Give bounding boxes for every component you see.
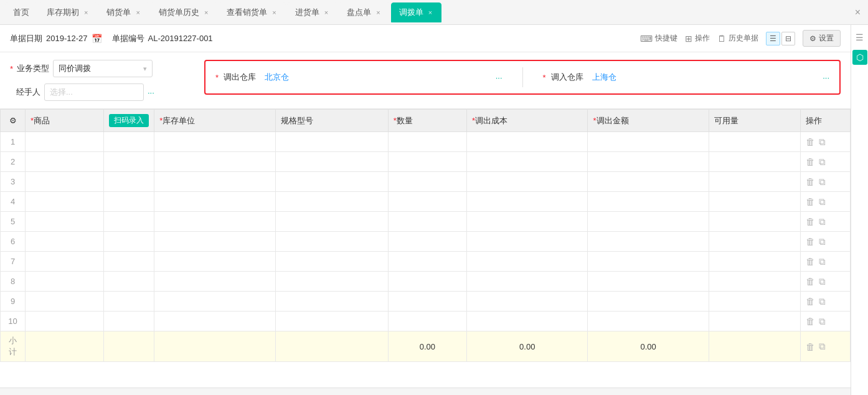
tab-inventory-init[interactable]: 库存期初 × [39,2,97,22]
subtotal-copy-icon[interactable]: ⧉ [819,341,826,352]
tab-transfer[interactable]: 调拨单 × [391,2,441,22]
tab-view-sales[interactable]: 查看销货单 × [219,2,285,22]
cell-spec-5[interactable] [275,212,388,232]
cell-qty-5[interactable] [388,212,466,232]
tab-stocktake-close[interactable]: × [375,8,381,17]
cell-unit-1[interactable] [154,132,275,152]
tab-stocktake[interactable]: 盘点单 × [339,2,389,22]
cell-spec-6[interactable] [275,232,388,252]
tab-purchase-order[interactable]: 进货单 × [287,2,337,22]
cell-amount-3[interactable] [588,172,709,192]
copy-icon-4[interactable]: ⧉ [819,196,826,207]
cell-cost-7[interactable] [467,252,588,272]
cell-qty-4[interactable] [388,192,466,212]
copy-icon-6[interactable]: ⧉ [819,236,826,247]
cell-goods-10[interactable] [26,312,104,331]
copy-icon-9[interactable]: ⧉ [819,296,826,307]
copy-icon-10[interactable]: ⧉ [819,316,826,327]
copy-icon-5[interactable]: ⧉ [819,216,826,227]
cell-amount-8[interactable] [588,272,709,292]
cell-cost-3[interactable] [467,172,588,192]
calendar-icon[interactable]: 📅 [92,34,102,44]
cell-unit-10[interactable] [154,312,275,331]
cell-goods-7[interactable] [26,252,104,272]
cell-cost-8[interactable] [467,272,588,292]
delete-icon-3[interactable]: 🗑 [806,176,815,187]
cell-qty-10[interactable] [388,312,466,331]
cell-goods-3[interactable] [26,172,104,192]
cell-amount-6[interactable] [588,232,709,252]
cell-spec-3[interactable] [275,172,388,192]
scan-btn[interactable]: 扫码录入 [109,114,149,127]
cell-unit-2[interactable] [154,152,275,172]
cell-qty-1[interactable] [388,132,466,152]
grid-view-icon[interactable]: ⊟ [781,32,795,45]
delete-icon-7[interactable]: 🗑 [806,256,815,267]
delete-icon-4[interactable]: 🗑 [806,196,815,207]
cell-unit-8[interactable] [154,272,275,292]
cell-spec-8[interactable] [275,272,388,292]
tab-sales-order[interactable]: 销货单 × [98,2,149,22]
cell-cost-10[interactable] [467,312,588,331]
cell-spec-2[interactable] [275,152,388,172]
cell-unit-3[interactable] [154,172,275,192]
cell-amount-9[interactable] [588,292,709,312]
close-all-tabs[interactable]: × [852,4,863,21]
biz-type-select[interactable]: 同价调拨 ▾ [53,60,153,77]
cell-goods-6[interactable] [26,232,104,252]
cell-amount-10[interactable] [588,312,709,331]
tab-sales-history[interactable]: 销货单历史 × [151,2,217,22]
cell-cost-1[interactable] [467,132,588,152]
copy-icon-7[interactable]: ⧉ [819,256,826,267]
copy-icon-2[interactable]: ⧉ [819,156,826,168]
cell-amount-1[interactable] [588,132,709,152]
cell-goods-1[interactable] [26,132,104,152]
in-warehouse-more-btn[interactable]: ··· [823,73,829,82]
cell-unit-6[interactable] [154,232,275,252]
delete-icon-10[interactable]: 🗑 [806,316,815,326]
cell-spec-10[interactable] [275,312,388,331]
cell-spec-1[interactable] [275,132,388,152]
tab-sales-order-close[interactable]: × [134,8,141,17]
cell-unit-5[interactable] [154,212,275,232]
handler-select[interactable]: 选择... [44,83,144,101]
cell-cost-9[interactable] [467,292,588,312]
tab-home[interactable]: 首页 [5,2,37,22]
cell-cost-2[interactable] [467,152,588,172]
cell-unit-9[interactable] [154,292,275,312]
cell-qty-3[interactable] [388,172,466,192]
col-settings[interactable]: ⚙ [1,110,26,132]
cell-amount-7[interactable] [588,252,709,272]
shortcut-btn[interactable]: ⌨ 快捷键 [640,33,677,44]
cell-qty-7[interactable] [388,252,466,272]
handler-more-btn[interactable]: ··· [148,88,154,97]
tab-transfer-close[interactable]: × [427,8,433,17]
bottom-scrollbar[interactable] [0,388,851,395]
cell-goods-9[interactable] [26,292,104,312]
cell-goods-2[interactable] [26,152,104,172]
tab-sales-history-close[interactable]: × [203,8,209,17]
cell-qty-6[interactable] [388,232,466,252]
list-view-icon[interactable]: ☰ [766,32,780,45]
cell-cost-4[interactable] [467,192,588,212]
delete-icon-8[interactable]: 🗑 [806,276,815,287]
tab-purchase-order-close[interactable]: × [323,8,329,17]
operation-btn[interactable]: ⊞ 操作 [685,33,710,44]
out-warehouse-more-btn[interactable]: ··· [496,73,502,82]
cell-goods-8[interactable] [26,272,104,292]
cell-amount-4[interactable] [588,192,709,212]
cell-goods-5[interactable] [26,212,104,232]
tab-view-sales-close[interactable]: × [271,8,277,17]
cell-qty-8[interactable] [388,272,466,292]
delete-icon-5[interactable]: 🗑 [806,216,815,227]
history-btn[interactable]: 🗒 历史单据 [717,33,758,44]
tab-inventory-init-close[interactable]: × [83,8,89,17]
cell-spec-4[interactable] [275,192,388,212]
cell-unit-7[interactable] [154,252,275,272]
cell-spec-7[interactable] [275,252,388,272]
delete-icon-2[interactable]: 🗑 [806,156,815,167]
sidebar-list-icon[interactable]: ☰ [852,30,867,45]
cell-qty-2[interactable] [388,152,466,172]
cell-spec-9[interactable] [275,292,388,312]
copy-icon-1[interactable]: ⧉ [819,136,826,148]
